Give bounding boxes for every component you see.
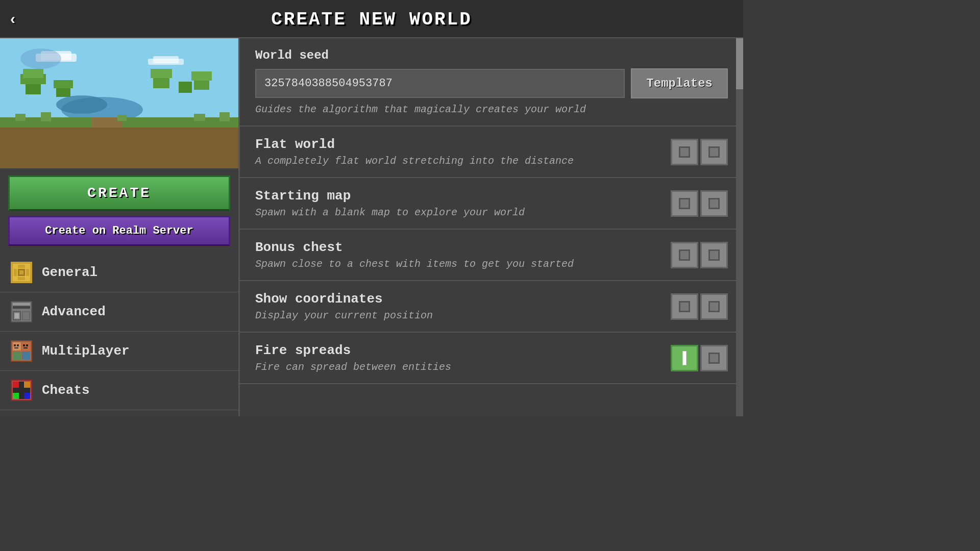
sidebar-item-label-general: General [42,265,97,280]
toggle-indicator-9 [708,353,720,364]
templates-button[interactable]: Templates [631,68,728,98]
fire-spreads-toggle-off-side[interactable] [700,345,728,371]
sidebar-item-cheats[interactable]: Cheats [0,371,238,410]
multiplayer-icon [10,340,33,362]
scrollbar-thumb[interactable] [736,38,743,89]
toggle-indicator-5 [679,249,690,261]
svg-rect-40 [23,312,29,319]
setting-flat-world: Flat world A completely flat world stret… [240,127,743,178]
toggle-indicator-8 [708,301,720,312]
setting-show-coordinates-title: Show coordinates [255,291,671,307]
page-title: CREATE NEW WORLD [271,9,472,30]
setting-starting-map-title: Starting map [255,188,671,204]
page-header: ‹ CREATE NEW WORLD [0,0,743,38]
toggle-indicator-7 [679,301,690,312]
sidebar-item-advanced[interactable]: Advanced [0,292,238,332]
toggle-indicator-4 [708,198,720,209]
svg-rect-17 [41,112,51,121]
sidebar-item-label-multiplayer: Multiplayer [42,343,130,359]
svg-rect-49 [23,344,25,346]
svg-rect-29 [14,269,17,276]
setting-flat-world-info: Flat world A completely flat world stret… [255,137,671,167]
svg-rect-9 [151,69,172,78]
setting-fire-spreads-desc: Fire can spread between entities [255,361,671,373]
setting-flat-world-desc: A completely flat world stretching into … [255,155,671,167]
bonus-chest-toggle-off[interactable] [671,242,698,268]
toggle-off-left[interactable] [671,139,698,165]
bonus-chest-toggle-off-side[interactable] [700,242,728,268]
svg-rect-30 [26,269,29,276]
setting-starting-map-desc: Spawn with a blank map to explore your w… [255,207,671,218]
setting-show-coordinates-desc: Display your current position [255,310,671,321]
fire-spreads-toggle-on[interactable] [671,345,698,371]
terrain-svg [0,38,238,168]
toggle-off-right[interactable] [700,139,728,165]
setting-bonus-chest-title: Bonus chest [255,240,671,255]
gear-icon [10,261,33,284]
svg-rect-35 [13,306,30,309]
seed-label: World seed [255,48,728,62]
sidebar-nav: General Advan [0,253,238,416]
svg-rect-36 [13,303,30,305]
scrollbar[interactable] [736,38,743,416]
svg-rect-16 [15,114,26,121]
sidebar: CREATE Create on Realm Server [0,38,240,416]
seed-row: Templates [255,68,728,98]
svg-rect-12 [191,71,212,81]
content-area: World seed Templates Guides the algorith… [240,38,743,416]
svg-rect-5 [23,69,43,78]
setting-show-coordinates-info: Show coordinates Display your current po… [255,291,671,321]
flat-world-toggle[interactable] [671,139,728,165]
setting-flat-world-title: Flat world [255,137,671,152]
realm-button[interactable]: Create on Realm Server [8,216,230,246]
svg-rect-18 [117,115,127,121]
setting-fire-spreads: Fire spreads Fire can spread between ent… [240,333,743,384]
sidebar-item-label-cheats: Cheats [42,383,90,398]
create-button[interactable]: CREATE [8,176,230,211]
svg-rect-22 [36,54,77,62]
svg-rect-45 [14,344,16,346]
svg-rect-52 [13,352,21,360]
svg-rect-14 [0,128,238,168]
svg-rect-27 [18,265,25,268]
toggle-indicator-6 [708,249,720,261]
svg-rect-47 [14,347,18,348]
svg-rect-28 [18,277,25,280]
setting-bonus-chest: Bonus chest Spawn close to a chest with … [240,230,743,281]
svg-rect-20 [219,112,230,121]
svg-rect-61 [13,388,30,393]
svg-rect-51 [23,347,28,348]
sidebar-item-multiplayer[interactable]: Multiplayer [0,332,238,371]
svg-point-2 [56,95,107,114]
svg-rect-50 [26,344,28,346]
svg-rect-46 [17,344,19,346]
toggle-indicator [679,146,690,158]
fire-spreads-toggle[interactable] [671,345,728,371]
setting-starting-map: Starting map Spawn with a blank map to e… [240,178,743,230]
cheats-icon [10,379,33,402]
main-layout: CREATE Create on Realm Server [0,38,743,416]
toggle-indicator-3 [679,198,690,209]
toggle-on-bar [682,351,687,365]
seed-section: World seed Templates Guides the algorith… [240,38,743,127]
sidebar-item-label-advanced: Advanced [42,304,106,319]
setting-show-coordinates: Show coordinates Display your current po… [240,281,743,333]
starting-map-toggle-off-side[interactable] [700,190,728,217]
back-button[interactable]: ‹ [10,11,15,27]
svg-rect-10 [179,82,192,93]
toggle-indicator-2 [708,146,720,158]
show-coordinates-toggle-off-side[interactable] [700,293,728,320]
bonus-chest-toggle[interactable] [671,242,728,268]
seed-input[interactable] [255,69,625,98]
svg-rect-41 [15,313,19,318]
show-coordinates-toggle-off[interactable] [671,293,698,320]
setting-bonus-chest-desc: Spawn close to a chest with items to get… [255,258,671,270]
seed-hint: Guides the algorithm that magically crea… [255,104,728,115]
starting-map-toggle-off[interactable] [671,190,698,217]
svg-rect-53 [22,352,30,360]
setting-fire-spreads-title: Fire spreads [255,343,671,358]
setting-bonus-chest-info: Bonus chest Spawn close to a chest with … [255,240,671,270]
show-coordinates-toggle[interactable] [671,293,728,320]
sidebar-item-general[interactable]: General [0,253,238,292]
starting-map-toggle[interactable] [671,190,728,217]
